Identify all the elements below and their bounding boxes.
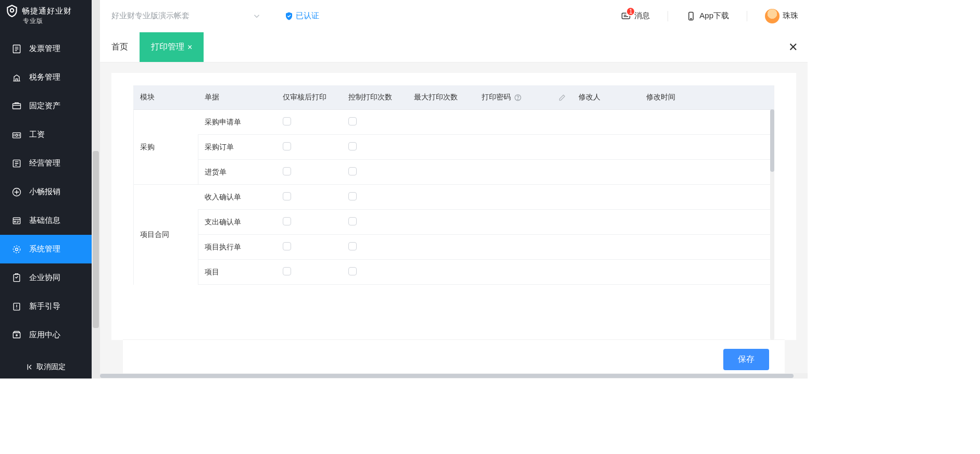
help-icon[interactable] [514, 94, 522, 102]
sidebar-item-asset[interactable]: 固定资产 [0, 92, 92, 120]
table-row: 采购 采购申请单 [134, 110, 774, 135]
messages-button[interactable]: 1 消息 [621, 11, 650, 21]
horizontal-scrollbar[interactable] [100, 373, 808, 379]
th-module: 模块 [134, 85, 198, 110]
cell-control-count [342, 235, 408, 260]
tabs-close-all[interactable]: ✕ [782, 41, 805, 54]
main: 好业财专业版演示帐套 已认证 1 消息 App下载 [100, 0, 808, 379]
account-selector[interactable]: 好业财专业版演示帐套 [111, 11, 261, 21]
shield-check-icon [284, 11, 294, 21]
checkbox[interactable] [283, 267, 291, 275]
checkbox[interactable] [283, 217, 291, 225]
cell-after-audit [277, 160, 342, 185]
cell-bill: 进货单 [198, 160, 277, 185]
sidebar-item-salary[interactable]: 工资 [0, 120, 92, 149]
sidebar-item-label: 工资 [29, 130, 45, 140]
checkbox[interactable] [348, 192, 357, 200]
cell-after-audit [277, 235, 342, 260]
content: 模块 单据 仅审核后打印 控制打印次数 最大打印次数 打印密码 [100, 62, 808, 379]
panel: 模块 单据 仅审核后打印 控制打印次数 最大打印次数 打印密码 [111, 73, 796, 340]
checkbox[interactable] [348, 242, 357, 250]
cell-bill: 项目执行单 [198, 235, 277, 260]
checkbox[interactable] [283, 167, 291, 175]
cell-max-count[interactable] [408, 110, 475, 135]
sidebar-item-expense[interactable]: 小畅报销 [0, 178, 92, 206]
sidebar-item-label: 新手引导 [29, 301, 60, 311]
sidebar-item-label: 发票管理 [29, 44, 60, 54]
cell-after-audit [277, 185, 342, 210]
cell-max-count[interactable] [408, 260, 475, 285]
checkbox[interactable] [348, 142, 357, 150]
tab-home[interactable]: 首页 [100, 32, 140, 62]
cell-after-audit [277, 135, 342, 160]
cell-bill: 采购申请单 [198, 110, 277, 135]
tab-home-label: 首页 [111, 42, 128, 53]
cell-bill: 项目 [198, 260, 277, 285]
cell-max-count[interactable] [408, 160, 475, 185]
cell-modifier [572, 210, 640, 235]
checkbox[interactable] [348, 217, 357, 225]
checkbox[interactable] [283, 117, 291, 125]
cell-max-count[interactable] [408, 210, 475, 235]
sidebar-item-manage[interactable]: 经营管理 [0, 149, 92, 178]
table-row: 采购订单 [134, 135, 774, 160]
cell-max-count[interactable] [408, 135, 475, 160]
user-menu[interactable]: 珠珠 [765, 9, 798, 23]
chevron-down-icon [252, 11, 261, 21]
cell-control-count [342, 110, 408, 135]
cell-password[interactable] [475, 110, 572, 135]
unpin-icon [26, 363, 34, 371]
sidebar-item-coop[interactable]: 企业协同 [0, 263, 92, 292]
table-scrollbar-thumb[interactable] [770, 109, 774, 172]
horizontal-scrollbar-thumb[interactable] [100, 374, 794, 378]
cell-password[interactable] [475, 235, 572, 260]
checkbox[interactable] [348, 167, 357, 175]
asset-icon [11, 101, 22, 111]
sidebar: 畅捷通好业财 专业版 发票管理税务管理固定资产工资经营管理小畅报销基础信息系统管… [0, 0, 92, 379]
cell-modify-time [640, 260, 774, 285]
print-table: 模块 单据 仅审核后打印 控制打印次数 最大打印次数 打印密码 [133, 85, 774, 285]
sidebar-item-label: 基础信息 [29, 216, 60, 225]
phone-icon [686, 11, 696, 21]
messages-label: 消息 [634, 11, 650, 21]
edit-icon[interactable] [558, 94, 566, 102]
cell-after-audit [277, 110, 342, 135]
checkbox[interactable] [283, 192, 291, 200]
checkbox[interactable] [283, 142, 291, 150]
cell-max-count[interactable] [408, 235, 475, 260]
cell-password[interactable] [475, 185, 572, 210]
checkbox[interactable] [348, 117, 357, 125]
cell-password[interactable] [475, 210, 572, 235]
svg-point-10 [16, 248, 18, 250]
cell-password[interactable] [475, 160, 572, 185]
sidebar-item-tax[interactable]: 税务管理 [0, 63, 92, 92]
close-icon[interactable]: × [187, 43, 192, 52]
account-name: 好业财专业版演示帐套 [111, 11, 190, 21]
tab-print-management[interactable]: 打印管理 × [140, 32, 204, 62]
cell-password[interactable] [475, 135, 572, 160]
cell-control-count [342, 185, 408, 210]
tab-label: 打印管理 [151, 42, 184, 53]
sidebar-unpin[interactable]: 取消固定 [0, 356, 92, 379]
table-scrollbar[interactable] [770, 109, 774, 340]
cell-max-count[interactable] [408, 185, 475, 210]
message-badge: 1 [626, 7, 635, 16]
cell-module: 项目合同 [134, 185, 198, 285]
brand-subtitle: 专业版 [23, 17, 86, 26]
sidebar-scrollbar[interactable] [92, 0, 100, 379]
sidebar-item-invoice[interactable]: 发票管理 [0, 34, 92, 63]
checkbox[interactable] [348, 267, 357, 275]
checkbox[interactable] [283, 242, 291, 250]
cell-password[interactable] [475, 260, 572, 285]
system-icon [11, 244, 22, 255]
sidebar-item-base[interactable]: 基础信息 [0, 206, 92, 235]
salary-icon [11, 130, 22, 140]
sidebar-item-system[interactable]: 系统管理 [0, 235, 92, 263]
sidebar-scrollbar-thumb[interactable] [93, 151, 99, 328]
svg-point-17 [690, 18, 692, 19]
app-download-button[interactable]: App下载 [686, 11, 729, 21]
save-button[interactable]: 保存 [723, 349, 769, 370]
sidebar-item-guide[interactable]: 新手引导 [0, 292, 92, 321]
th-max-count: 最大打印次数 [408, 85, 475, 110]
sidebar-item-apps[interactable]: 应用中心 [0, 321, 92, 349]
